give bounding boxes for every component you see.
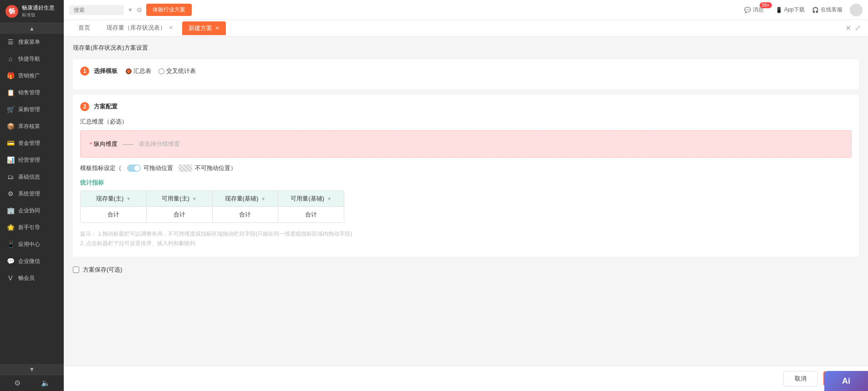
tab-inventory-close[interactable]: ✕	[168, 25, 173, 31]
avatar[interactable]	[850, 4, 863, 16]
tab-new-scheme-close[interactable]: ✕	[215, 25, 220, 31]
search-menu-icon: ☰	[6, 38, 15, 46]
dimension-label: 纵向维度	[94, 140, 117, 148]
sidebar-item-label: 新手引导	[18, 224, 40, 232]
radio-cross[interactable]: 交叉统计表	[158, 67, 196, 75]
radio-summary-label: 汇总表	[133, 67, 151, 75]
tips-section: 提示： 1.拖动标题栏可以调整布局，不可跨维度或指标区域拖动栏目字段(只能在同一…	[80, 230, 852, 247]
sound-icon[interactable]: 🔈	[41, 379, 50, 387]
sidebar-item-inventory[interactable]: 📦 库存核算	[0, 118, 64, 135]
sidebar-item-label: 经营管理	[18, 156, 40, 164]
tab-new-scheme[interactable]: 新建方案 ✕	[182, 21, 226, 35]
step1-number: 1	[80, 67, 89, 76]
radio-summary-input[interactable]	[126, 68, 132, 74]
marketing-icon: 🎁	[6, 72, 15, 79]
sidebar-item-label: 采购管理	[18, 106, 40, 113]
search-input[interactable]	[69, 5, 124, 15]
sidebar-item-label: 应用中心	[18, 241, 40, 248]
ai-label: Ai	[842, 376, 850, 386]
app-label: App下载	[784, 6, 805, 14]
online-service-btn[interactable]: 🎧 在线客服	[812, 6, 842, 14]
sidebar-item-membership[interactable]: V 畅会员	[0, 270, 64, 287]
topbar-right: 💬 消息 99+ 📱 App下载 🎧 在线客服	[744, 4, 863, 16]
chevron-down-icon[interactable]: ▼	[128, 7, 133, 13]
scheme-save-label: 方案保存(可选)	[83, 266, 123, 274]
stats-th-1[interactable]: 可用量(主) ▼	[147, 191, 213, 206]
scheme-save-checkbox[interactable]	[73, 267, 79, 273]
sidebar-item-label: 资金管理	[18, 139, 40, 147]
stats-th-1-label: 可用量(主)	[162, 195, 189, 203]
bottom-bar: 取消 查询	[64, 365, 868, 391]
topbar: ▼ ⚙ 体验行业方案 💬 消息 99+ 📱 App下载 🎧 在线客服	[64, 0, 868, 20]
gear-icon[interactable]: ⚙	[137, 6, 143, 14]
logo-text: 畅康通好生意	[22, 5, 55, 12]
sidebar-item-label: 销售管理	[18, 89, 40, 97]
tip-1: 提示： 1.拖动标题栏可以调整布局，不可跨维度或指标区域拖动栏目字段(只能在同一…	[80, 230, 852, 238]
not-draggable-toggle-btn[interactable]	[179, 165, 192, 172]
sidebar-item-wechat[interactable]: 💬 企业微信	[0, 253, 64, 270]
sidebar-item-label: 库存核算	[18, 123, 40, 130]
topbar-left: ▼ ⚙ 体验行业方案	[69, 4, 740, 16]
settings-icon[interactable]: ⚙	[14, 379, 20, 387]
new-guide-icon: 🌟	[6, 224, 15, 231]
stats-th-2-label: 现存量(基辅)	[225, 195, 259, 203]
dimension-box[interactable]: * 纵向维度 —— 请选择分组维度	[80, 130, 852, 158]
step2-header: 2 方案配置	[80, 102, 852, 111]
close-panel-btn[interactable]: ✕	[845, 24, 851, 32]
sidebar-menu: ☰ 搜索菜单 ⌂ 快捷导航 🎁 营销推广 📋 销售管理 🛒 采购管理 📦 库存核…	[0, 34, 64, 364]
cancel-button[interactable]: 取消	[783, 371, 818, 386]
tab-new-scheme-label: 新建方案	[189, 24, 212, 32]
system-icon: ⚙	[6, 190, 15, 197]
sidebar-scroll-down[interactable]: ▼	[0, 364, 64, 375]
scheme-save-row: 方案保存(可选)	[73, 266, 859, 274]
app-download-btn[interactable]: 📱 App下载	[776, 6, 805, 14]
dimension-placeholder: 请选择分组维度	[138, 140, 180, 148]
expand-panel-btn[interactable]: ⤢	[855, 24, 861, 32]
stats-th-2[interactable]: 现存量(基辅) ▼	[213, 191, 279, 206]
required-mark: *	[90, 141, 92, 148]
wechat-icon: 💬	[6, 257, 15, 265]
sidebar-item-system[interactable]: ⚙ 系统管理	[0, 185, 64, 202]
sidebar-item-sales[interactable]: 📋 销售管理	[0, 84, 64, 101]
dimension-arrow: ——	[122, 141, 134, 148]
sidebar-item-new-guide[interactable]: 🌟 新手引导	[0, 219, 64, 236]
basic-info-icon: 🗂	[6, 173, 15, 180]
inventory-icon: 📦	[6, 123, 15, 130]
sidebar-item-basic-info[interactable]: 🗂 基础信息	[0, 169, 64, 185]
industry-btn[interactable]: 体验行业方案	[146, 4, 192, 16]
sidebar-item-purchase[interactable]: 🛒 采购管理	[0, 101, 64, 118]
ai-badge[interactable]: Ai	[824, 371, 868, 391]
indicator-label: 模板指标设定（	[80, 164, 122, 172]
sidebar: 畅 畅康通好生意 标准版 ▲ ☰ 搜索菜单 ⌂ 快捷导航 🎁 营销推广 📋 销售…	[0, 0, 64, 391]
draggable-toggle-btn[interactable]	[127, 165, 141, 172]
tab-home[interactable]: 首页	[71, 21, 97, 36]
tab-home-label: 首页	[78, 24, 90, 32]
app-icon: 📱	[776, 7, 782, 13]
stats-th-3[interactable]: 可用量(基辅) ▼	[278, 191, 344, 206]
messages-btn[interactable]: 💬 消息 99+	[744, 6, 768, 14]
radio-cross-input[interactable]	[158, 68, 164, 74]
sidebar-item-label: 企业协同	[18, 207, 40, 215]
service-icon: 🎧	[812, 7, 819, 13]
quick-nav-icon: ⌂	[6, 55, 15, 62]
step1-title: 选择模板	[94, 67, 117, 75]
sidebar-scroll-up[interactable]: ▲	[0, 23, 64, 34]
sidebar-item-quick-nav[interactable]: ⌂ 快捷导航	[0, 51, 64, 67]
sidebar-item-enterprise[interactable]: 🏢 企业协同	[0, 202, 64, 219]
tab-inventory-status[interactable]: 现存量（库存状况表） ✕	[99, 21, 180, 36]
tabs-bar: 首页 现存量（库存状况表） ✕ 新建方案 ✕ ✕ ⤢	[64, 20, 868, 36]
tab-corner: ✕ ⤢	[845, 24, 861, 32]
sidebar-item-search-menu[interactable]: ☰ 搜索菜单	[0, 34, 64, 51]
sidebar-item-operations[interactable]: 📊 经营管理	[0, 152, 64, 169]
not-draggable-label: 不可拖动位置）	[195, 164, 236, 172]
sales-icon: 📋	[6, 89, 15, 96]
sidebar-item-finance[interactable]: 💳 资金管理	[0, 135, 64, 152]
step2-section: 2 方案配置 汇总维度（必选） * 纵向维度 —— 请选择分组维度 模板指标设定…	[73, 95, 859, 257]
radio-cross-label: 交叉统计表	[166, 67, 196, 75]
sidebar-item-marketing[interactable]: 🎁 营销推广	[0, 67, 64, 84]
sidebar-item-app-center[interactable]: 📱 应用中心	[0, 236, 64, 253]
radio-summary[interactable]: 汇总表	[126, 67, 151, 75]
stats-th-0[interactable]: 现存量(主) ▼	[81, 191, 147, 206]
sidebar-item-label: 企业微信	[18, 257, 40, 265]
chevron-1-icon: ▼	[192, 196, 197, 201]
